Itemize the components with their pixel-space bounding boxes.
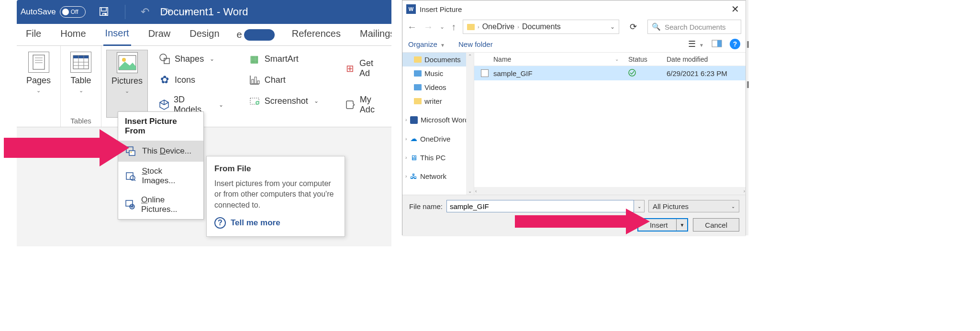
shapes-button[interactable]: Shapes⌄ (155, 50, 227, 68)
search-box[interactable]: 🔍 Search Documents (647, 20, 741, 34)
group-pages: Pages ⌄ (17, 46, 61, 127)
tab-draw[interactable]: Draw (146, 24, 173, 45)
table-button[interactable]: Table ⌄ (66, 50, 96, 96)
insert-split-dropdown[interactable]: ▼ (676, 219, 687, 231)
up-button[interactable]: ↑ (451, 22, 456, 33)
chevron-down-icon: ⌄ (731, 204, 735, 209)
file-row[interactable]: sample_GIF 6/29/2021 6:23 PM (474, 66, 746, 80)
dropdown-online-pictures[interactable]: Online Pictures... (118, 190, 203, 219)
insert-label: Insert (650, 221, 668, 229)
sidebar-scrollbar[interactable]: ⌃⌄ (466, 53, 474, 195)
chevron-down-icon: ⌄ (210, 55, 214, 62)
sidebar-item-videos[interactable]: Videos (402, 80, 474, 94)
sidebar-item-music[interactable]: Music (402, 66, 474, 80)
expand-icon[interactable]: › (405, 136, 407, 142)
tab-references[interactable]: References (290, 24, 343, 45)
recent-button[interactable]: ⌄ (440, 23, 445, 30)
path-segment[interactable]: OneDrive (482, 22, 515, 31)
table-icon (70, 52, 91, 73)
my-addins-button[interactable]: My Adc (341, 92, 387, 118)
chevron-down-icon[interactable]: ⌄ (610, 23, 615, 30)
tab-file[interactable]: File (24, 24, 43, 45)
autosave-state: Off (71, 9, 78, 15)
pictures-label: Pictures (111, 76, 143, 86)
expand-icon[interactable]: › (405, 174, 407, 179)
expand-icon[interactable]: › (405, 117, 407, 122)
tooltip-title: From File (214, 164, 337, 174)
annotation-arrow-2 (515, 209, 650, 234)
help-button[interactable]: ? (730, 39, 740, 49)
svg-rect-24 (126, 173, 133, 179)
autosave-toggle[interactable]: Off (60, 6, 86, 18)
col-date[interactable]: Date modified (667, 55, 746, 63)
tab-home[interactable]: Home (58, 24, 88, 45)
filename-label: File name: (409, 202, 443, 210)
pictures-button[interactable]: Pictures ⌄ (106, 50, 148, 118)
chart-button[interactable]: Chart (245, 71, 323, 89)
back-button[interactable]: ← (407, 22, 417, 33)
shapes-label: Shapes (175, 54, 204, 64)
tab-insert[interactable]: Insert (103, 24, 131, 46)
smartart-icon: ▦ (248, 53, 261, 65)
screenshot-icon (248, 95, 261, 107)
col-name[interactable]: Name (474, 55, 615, 63)
pictures-dropdown: Insert Picture From This Device... Stock… (118, 111, 204, 220)
file-list: Name ⌄ Status Date modified sample_GIF 6… (474, 53, 746, 195)
file-icon (481, 69, 489, 77)
tab-design[interactable]: Design (188, 24, 221, 45)
undo-icon[interactable]: ↶ (141, 6, 149, 18)
refresh-button[interactable]: ⟳ (626, 22, 641, 32)
get-addins-button[interactable]: ⊞ Get Ad (341, 55, 387, 81)
expand-icon[interactable]: › (405, 155, 407, 160)
close-button[interactable]: ✕ (728, 3, 742, 15)
forward-button[interactable]: → (423, 22, 433, 33)
sidebar-item-documents[interactable]: Documents (402, 53, 474, 66)
svg-rect-27 (126, 200, 133, 206)
address-bar[interactable]: › OneDrive › Documents ⌄ (463, 20, 619, 34)
list-scrollbar[interactable]: ‹› (474, 187, 746, 195)
tab-mailings[interactable]: Mailings (358, 24, 391, 45)
folder-icon (414, 56, 422, 63)
online-icon (125, 199, 135, 210)
save-icon[interactable]: 🖫 (98, 5, 110, 19)
chevron-down-icon: ⌄ (314, 98, 319, 104)
tab-redacted[interactable] (244, 29, 275, 41)
sidebar-item-writer[interactable]: writer (402, 94, 474, 108)
svg-rect-13 (164, 58, 169, 64)
ribbon: Pages ⌄ Table ⌄ Tables Pictur (17, 46, 391, 127)
screenshot-button[interactable]: Screenshot⌄ (245, 92, 323, 110)
dropdown-item-label: This Device... (142, 146, 191, 156)
dropdown-this-device[interactable]: This Device... (118, 141, 203, 162)
pictures-icon (117, 52, 138, 73)
icons-button[interactable]: ✿ Icons (155, 71, 227, 89)
smartart-button[interactable]: ▦ SmartArt (245, 50, 323, 68)
autosave-label: AutoSave (21, 7, 56, 17)
sidebar-item-msword[interactable]: ›Microsoft Word (402, 113, 474, 127)
filter-dropdown[interactable]: All Pictures ⌄ (648, 200, 739, 212)
cancel-button[interactable]: Cancel (693, 218, 739, 232)
filter-label: All Pictures (653, 202, 689, 210)
dialog-title: Insert Picture (420, 5, 462, 13)
organize-button[interactable]: Organize ▼ (408, 40, 445, 48)
sidebar-item-network[interactable]: ›🖧Network (402, 169, 474, 183)
pages-icon (28, 52, 49, 73)
view-button[interactable]: ☰ ▼ (688, 39, 704, 49)
svg-rect-18 (257, 81, 259, 84)
autosave[interactable]: AutoSave Off (21, 6, 86, 18)
tooltip-link[interactable]: ? Tell me more (214, 217, 337, 229)
svg-rect-0 (33, 55, 45, 69)
preview-button[interactable] (712, 40, 722, 49)
screenshot-label: Screenshot (265, 96, 308, 106)
path-segment[interactable]: Documents (522, 22, 561, 31)
dropdown-stock-images[interactable]: Stock Images... (118, 162, 203, 190)
sidebar-item-thispc[interactable]: ›🖥This PC (402, 151, 474, 165)
addins-icon (345, 99, 356, 111)
sidebar-item-onedrive[interactable]: ›☁OneDrive (402, 132, 474, 146)
list-header: Name ⌄ Status Date modified (474, 53, 746, 66)
pages-button[interactable]: Pages ⌄ (22, 50, 56, 96)
col-status[interactable]: Status (628, 55, 667, 63)
stock-icon (125, 170, 136, 182)
svg-point-12 (160, 54, 167, 61)
newfolder-button[interactable]: New folder (458, 40, 493, 48)
icons-icon: ✿ (158, 74, 171, 86)
